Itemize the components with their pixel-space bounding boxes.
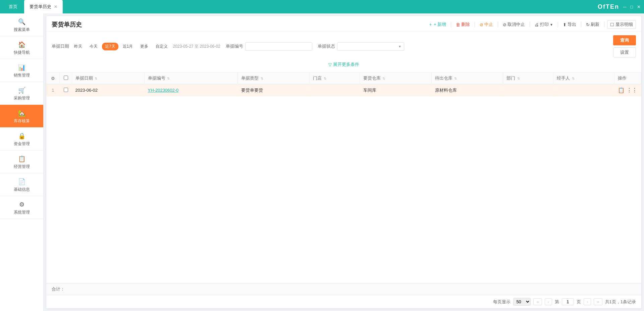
- sort-date-icon: ⇅: [95, 77, 97, 80]
- th-store[interactable]: 门店 ⇅: [309, 73, 360, 84]
- tab-close-icon[interactable]: ✕: [54, 4, 57, 9]
- inventory-icon: 🏡: [18, 109, 25, 117]
- th-settings[interactable]: ⚙: [46, 73, 60, 84]
- sort-doc-no-icon: ⇅: [167, 77, 170, 80]
- date-btn-1month[interactable]: 近1月: [120, 43, 136, 50]
- sidebar-item-sys-mgmt[interactable]: ⚙ 系统管理: [0, 196, 43, 219]
- settings-button[interactable]: 设置: [613, 47, 636, 57]
- sidebar-item-inventory[interactable]: 🏡 库存核算: [0, 105, 43, 128]
- pagination-next-button[interactable]: ›: [584, 298, 591, 305]
- td-doc-no: YH-20230602-0: [144, 84, 238, 96]
- doc-number-input[interactable]: [245, 42, 312, 51]
- refresh-label: 刷新: [591, 21, 599, 28]
- doc-status-select[interactable]: [337, 42, 404, 51]
- pagination-prev-button[interactable]: ‹: [545, 298, 552, 305]
- brand-logo: OfTEn: [598, 3, 619, 10]
- table-header-row: ⚙ 单据日期 ⇅ 单据编号 ⇅ 单据类型 ⇅: [46, 73, 641, 84]
- sidebar-label-sales-mgmt: 销售管理: [14, 73, 30, 78]
- date-btn-more[interactable]: 更多: [137, 43, 151, 50]
- date-btn-7days[interactable]: 近7天: [102, 43, 118, 50]
- cancel-stop-label: 取消中止: [507, 21, 525, 28]
- th-date[interactable]: 单据日期 ⇅: [72, 73, 144, 84]
- sidebar-item-search-menu[interactable]: 🔍 搜索菜单: [0, 13, 43, 36]
- export-button[interactable]: ⬆ 导出: [561, 20, 578, 29]
- divider-4: [530, 22, 530, 27]
- sidebar: 🔍 搜索菜单 🏠 快捷导航 📊 销售管理 🛒 采购管理 🏡 库存核算 🔒 资金管…: [0, 13, 44, 311]
- divider-3: [498, 22, 498, 27]
- date-btn-custom[interactable]: 自定义: [153, 43, 171, 50]
- date-filter: 单据日期 昨天 今天 近7天 近1月 更多 自定义 2023-05-27 至 2…: [52, 43, 220, 50]
- date-btn-yesterday[interactable]: 昨天: [71, 43, 85, 50]
- th-checkbox[interactable]: [60, 73, 72, 84]
- tab-purchase-history[interactable]: 要货单历史 ✕: [24, 0, 63, 13]
- th-store-label: 门店: [313, 76, 322, 81]
- th-actions: 操作: [614, 73, 641, 84]
- expand-more-button[interactable]: ▽ 展开更多条件: [326, 60, 362, 69]
- query-button[interactable]: 查询: [613, 35, 636, 45]
- per-page-label: 每页显示: [493, 299, 511, 305]
- stop-label: 中止: [484, 21, 493, 28]
- row-edit-icon[interactable]: 📋: [618, 87, 625, 93]
- th-dept[interactable]: 部门 ⇅: [503, 73, 553, 84]
- stop-button[interactable]: ⊘ 中止: [478, 20, 495, 29]
- cancel-stop-icon: ⊘: [503, 22, 506, 27]
- sidebar-item-ops-mgmt[interactable]: 📋 经营管理: [0, 150, 43, 173]
- per-page-select[interactable]: 50 20 100: [513, 298, 531, 306]
- doc-status-label: 单据状态: [318, 43, 335, 49]
- tab-home[interactable]: 首页: [3, 0, 23, 13]
- row-actions: 📋 ⋮⋮: [618, 87, 638, 93]
- th-handler[interactable]: 经手人 ⇅: [553, 73, 614, 84]
- th-doc-no[interactable]: 单据编号 ⇅: [144, 73, 238, 84]
- th-pending-warehouse[interactable]: 待出仓库 ⇅: [431, 73, 503, 84]
- date-btn-today[interactable]: 今天: [87, 43, 101, 50]
- summary-bar: 合计：: [46, 283, 641, 295]
- delete-label: 删除: [461, 21, 470, 28]
- pagination-last-button[interactable]: »: [594, 298, 602, 305]
- td-checkbox[interactable]: [60, 84, 72, 96]
- pagination-first-button[interactable]: «: [533, 298, 542, 305]
- refresh-icon: ↻: [586, 22, 590, 27]
- th-doc-type[interactable]: 单据类型 ⇅: [238, 73, 310, 84]
- expand-more-icon: ▽: [328, 62, 332, 67]
- filter-row-expand: ▽ 展开更多条件: [52, 60, 636, 69]
- sidebar-label-finance-mgmt: 资金管理: [14, 141, 30, 147]
- sidebar-item-quick-nav[interactable]: 🏠 快捷导航: [0, 36, 43, 59]
- sort-req-warehouse-icon: ⇅: [382, 77, 385, 80]
- window-close-icon[interactable]: ✕: [637, 4, 641, 9]
- sidebar-item-basic-info[interactable]: 📄 基础信息: [0, 173, 43, 196]
- cancel-stop-button[interactable]: ⊘ 取消中止: [501, 20, 527, 29]
- checkbox-icon: ☐: [610, 22, 614, 27]
- new-button[interactable]: ＋ + 新增: [426, 20, 448, 29]
- refresh-button[interactable]: ↻ 刷新: [584, 20, 601, 29]
- sort-handler-icon: ⇅: [572, 77, 575, 80]
- window-minimize-icon[interactable]: ─: [623, 4, 626, 9]
- sidebar-item-sales-mgmt[interactable]: 📊 销售管理: [0, 59, 43, 82]
- doc-number-filter: 单据编号: [226, 42, 312, 51]
- summary-label: 合计：: [52, 286, 65, 292]
- window-maximize-icon[interactable]: □: [630, 4, 633, 9]
- print-button[interactable]: 🖨 打印 ▼: [533, 20, 555, 29]
- divider-6: [581, 22, 581, 27]
- pagination-bar: 每页显示 50 20 100 « ‹ 第 页 › » 共1页，1条记录: [46, 295, 641, 308]
- table-row: 1 2023-06-02 YH-20230602-0 要货单要货 车间库 原材料…: [46, 84, 641, 96]
- finance-mgmt-icon: 🔒: [18, 132, 25, 140]
- sidebar-item-purchase-mgmt[interactable]: 🛒 采购管理: [0, 82, 43, 105]
- filter-row-1: 单据日期 昨天 今天 近7天 近1月 更多 自定义 2023-05-27 至 2…: [52, 35, 636, 57]
- display-detail-button[interactable]: ☐ 显示明细: [607, 20, 636, 29]
- td-handler: [553, 84, 614, 96]
- row-checkbox[interactable]: [64, 88, 68, 92]
- td-store: [309, 84, 360, 96]
- row-more-icon[interactable]: ⋮⋮: [627, 87, 637, 93]
- pagination-page-input[interactable]: [562, 298, 574, 305]
- th-req-warehouse[interactable]: 要货仓库 ⇅: [360, 73, 431, 84]
- sidebar-item-finance-mgmt[interactable]: 🔒 资金管理: [0, 128, 43, 150]
- sidebar-label-inventory: 库存核算: [14, 118, 30, 124]
- select-all-checkbox[interactable]: [64, 76, 68, 80]
- pagination-page-label: 第: [555, 299, 559, 305]
- export-label: 导出: [568, 21, 576, 28]
- delete-button[interactable]: 🗑 删除: [454, 20, 472, 29]
- td-date: 2023-06-02: [72, 84, 144, 96]
- doc-no-link[interactable]: YH-20230602-0: [148, 88, 179, 93]
- purchase-mgmt-icon: 🛒: [18, 87, 25, 94]
- page-header: 要货单历史 ＋ + 新增 🗑 删除 ⊘ 中止 ⊘: [46, 16, 641, 32]
